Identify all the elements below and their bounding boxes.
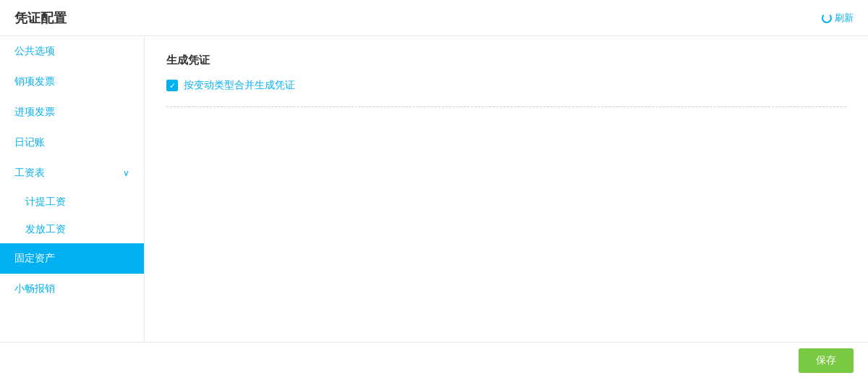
merge-checkbox[interactable]: [166, 80, 178, 91]
page-wrapper: 凭证配置 刷新 公共选项销项发票进项发票日记账工资表∨计提工资发放工资固定资产小…: [0, 0, 868, 378]
section-title: 生成凭证: [166, 54, 846, 67]
chevron-down-icon: ∨: [123, 168, 129, 178]
body: 公共选项销项发票进项发票日记账工资表∨计提工资发放工资固定资产小畅报销 生成凭证…: [0, 36, 868, 342]
sidebar-item-payroll[interactable]: 工资表∨: [0, 158, 144, 188]
refresh-label: 刷新: [835, 12, 854, 25]
sidebar-item-sales-invoice[interactable]: 销项发票: [0, 67, 144, 97]
checkbox-row: 按变动类型合并生成凭证: [166, 79, 846, 92]
sidebar-item-fixed-assets[interactable]: 固定资产: [0, 243, 144, 274]
sidebar-item-journal[interactable]: 日记账: [0, 127, 144, 158]
sidebar: 公共选项销项发票进项发票日记账工资表∨计提工资发放工资固定资产小畅报销: [0, 36, 145, 342]
sidebar-item-payroll-calc[interactable]: 计提工资: [0, 188, 144, 216]
refresh-icon: [822, 13, 832, 23]
sidebar-item-payroll-pay[interactable]: 发放工资: [0, 216, 144, 243]
page-title: 凭证配置: [14, 9, 67, 27]
checkbox-label: 按变动类型合并生成凭证: [184, 79, 295, 92]
sidebar-item-expense[interactable]: 小畅报销: [0, 274, 144, 304]
sidebar-item-purchase-invoice[interactable]: 进项发票: [0, 97, 144, 127]
divider: [166, 106, 846, 107]
footer: 保存: [0, 342, 868, 378]
header: 凭证配置 刷新: [0, 0, 868, 36]
refresh-button[interactable]: 刷新: [822, 12, 854, 25]
sidebar-item-public[interactable]: 公共选项: [0, 36, 144, 67]
main-content: 生成凭证 按变动类型合并生成凭证: [145, 36, 868, 342]
save-button[interactable]: 保存: [799, 348, 854, 373]
